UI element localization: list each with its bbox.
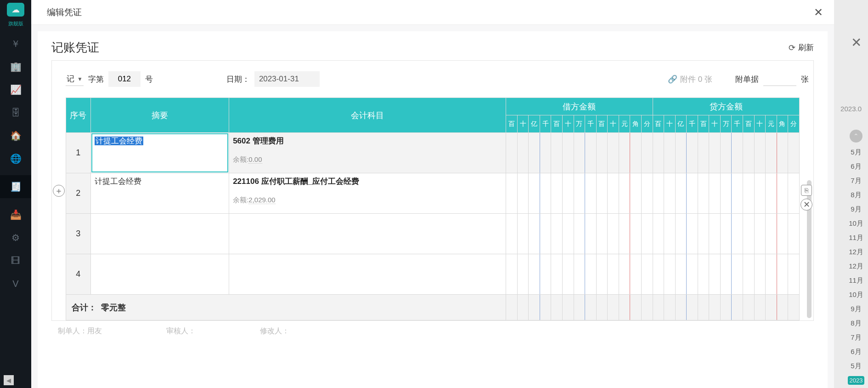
debit-cell[interactable]	[641, 254, 653, 295]
credit-cell[interactable]	[653, 133, 664, 173]
debit-cell[interactable]	[563, 214, 574, 254]
credit-cell[interactable]	[653, 173, 664, 214]
credit-cell[interactable]	[754, 254, 766, 295]
debit-cell[interactable]	[641, 173, 653, 214]
close-icon[interactable]: ✕	[814, 6, 823, 19]
summary-cell[interactable]: 计提工会经费	[90, 173, 229, 214]
debit-cell[interactable]	[596, 254, 608, 295]
account-cell[interactable]: 221106 应付职工薪酬_应付工会经费余额:2,029.00	[229, 173, 506, 214]
debit-cell[interactable]	[563, 133, 574, 173]
credit-cell[interactable]	[777, 254, 788, 295]
debit-cell[interactable]	[517, 133, 529, 173]
delete-row-button[interactable]: ✕	[800, 199, 812, 211]
debit-cell[interactable]	[630, 254, 642, 295]
credit-cell[interactable]	[675, 254, 687, 295]
credit-cell[interactable]	[777, 173, 788, 214]
credit-cell[interactable]	[743, 254, 755, 295]
debit-cell[interactable]	[630, 173, 642, 214]
account-cell[interactable]	[229, 214, 506, 254]
voucher-date-input[interactable]	[254, 71, 320, 87]
credit-cell[interactable]	[675, 173, 687, 214]
attachment-count-input[interactable]	[763, 72, 796, 86]
credit-cell[interactable]	[788, 254, 800, 295]
credit-cell[interactable]	[754, 173, 766, 214]
refresh-button[interactable]: ⟳ 刷新	[789, 42, 814, 53]
credit-cell[interactable]	[766, 133, 777, 173]
credit-cell[interactable]	[720, 214, 732, 254]
debit-cell[interactable]	[574, 254, 585, 295]
credit-cell[interactable]	[687, 173, 698, 214]
debit-cell[interactable]	[551, 133, 563, 173]
debit-cell[interactable]	[619, 133, 630, 173]
summary-cell[interactable]	[90, 214, 229, 254]
debit-cell[interactable]	[529, 214, 540, 254]
summary-cell[interactable]	[90, 254, 229, 295]
credit-cell[interactable]	[687, 133, 698, 173]
summary-cell[interactable]: 计提工会经费	[90, 133, 229, 173]
credit-cell[interactable]	[664, 173, 676, 214]
credit-cell[interactable]	[777, 214, 788, 254]
account-cell[interactable]: 5602 管理费用余额:0.00	[229, 133, 506, 173]
credit-cell[interactable]	[732, 254, 743, 295]
debit-cell[interactable]	[551, 214, 563, 254]
credit-cell[interactable]	[720, 254, 732, 295]
voucher-type-select[interactable]: 记 ▼	[66, 72, 84, 86]
credit-cell[interactable]	[777, 133, 788, 173]
credit-cell[interactable]	[675, 214, 687, 254]
debit-cell[interactable]	[608, 214, 619, 254]
debit-cell[interactable]	[630, 133, 642, 173]
debit-cell[interactable]	[596, 173, 608, 214]
debit-cell[interactable]	[608, 254, 619, 295]
credit-cell[interactable]	[698, 133, 709, 173]
debit-cell[interactable]	[529, 173, 540, 214]
credit-cell[interactable]	[664, 133, 676, 173]
credit-cell[interactable]	[698, 173, 709, 214]
debit-cell[interactable]	[551, 254, 563, 295]
account-cell[interactable]	[229, 254, 506, 295]
debit-cell[interactable]	[585, 133, 597, 173]
credit-cell[interactable]	[743, 214, 755, 254]
debit-cell[interactable]	[506, 214, 518, 254]
credit-cell[interactable]	[720, 133, 732, 173]
credit-cell[interactable]	[664, 254, 676, 295]
debit-cell[interactable]	[563, 254, 574, 295]
credit-cell[interactable]	[698, 254, 709, 295]
credit-cell[interactable]	[698, 214, 709, 254]
voucher-number-input[interactable]	[108, 71, 141, 87]
debit-cell[interactable]	[540, 254, 551, 295]
credit-cell[interactable]	[743, 133, 755, 173]
debit-cell[interactable]	[574, 133, 585, 173]
credit-cell[interactable]	[687, 214, 698, 254]
debit-cell[interactable]	[506, 254, 518, 295]
credit-cell[interactable]	[732, 133, 743, 173]
attachment-link[interactable]: 🔗 附件 0 张	[668, 74, 712, 85]
credit-cell[interactable]	[743, 173, 755, 214]
credit-cell[interactable]	[766, 214, 777, 254]
credit-cell[interactable]	[788, 133, 800, 173]
credit-cell[interactable]	[788, 214, 800, 254]
debit-cell[interactable]	[608, 133, 619, 173]
debit-cell[interactable]	[585, 173, 597, 214]
debit-cell[interactable]	[619, 254, 630, 295]
debit-cell[interactable]	[641, 133, 653, 173]
debit-cell[interactable]	[517, 254, 529, 295]
credit-cell[interactable]	[687, 254, 698, 295]
credit-cell[interactable]	[766, 173, 777, 214]
debit-cell[interactable]	[585, 254, 597, 295]
debit-cell[interactable]	[619, 173, 630, 214]
debit-cell[interactable]	[608, 173, 619, 214]
debit-cell[interactable]	[574, 214, 585, 254]
credit-cell[interactable]	[732, 173, 743, 214]
credit-cell[interactable]	[664, 214, 676, 254]
debit-cell[interactable]	[506, 133, 518, 173]
debit-cell[interactable]	[529, 133, 540, 173]
copy-row-button[interactable]: ⎘	[801, 185, 812, 196]
debit-cell[interactable]	[630, 214, 642, 254]
credit-cell[interactable]	[709, 133, 721, 173]
debit-cell[interactable]	[619, 214, 630, 254]
debit-cell[interactable]	[596, 133, 608, 173]
debit-cell[interactable]	[641, 214, 653, 254]
credit-cell[interactable]	[754, 214, 766, 254]
debit-cell[interactable]	[529, 254, 540, 295]
credit-cell[interactable]	[720, 173, 732, 214]
